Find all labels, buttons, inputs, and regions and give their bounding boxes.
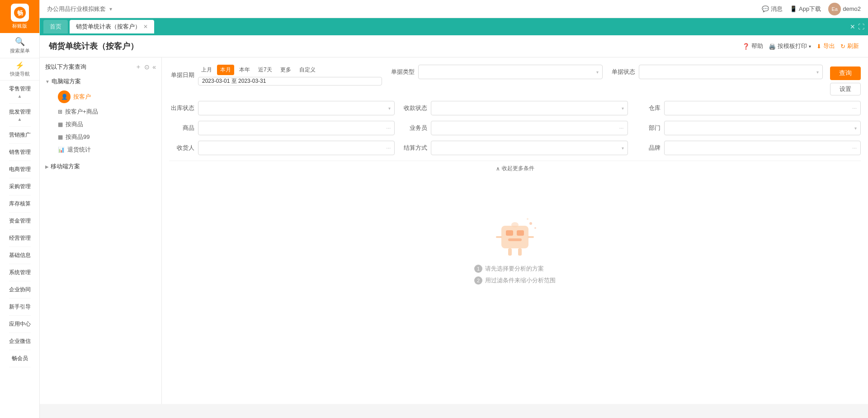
recipient-more: ··· bbox=[386, 145, 391, 151]
left-panel: 按以下方案查询 ＋ ⊙ « ▼ 电脑端方案 👤 bbox=[40, 57, 162, 404]
logo-icon: 畅 bbox=[11, 4, 29, 22]
date-label: 单据日期 bbox=[169, 71, 194, 79]
department-select[interactable]: ▾ bbox=[664, 121, 861, 135]
recipient-label: 收货人 bbox=[169, 144, 194, 152]
svg-rect-8 bbox=[508, 248, 512, 256]
stock-status-select[interactable]: ▾ bbox=[198, 101, 395, 115]
date-btn-this-year[interactable]: 本年 bbox=[236, 65, 253, 75]
tree-item-customer-product-label: 按客户+商品 bbox=[65, 108, 98, 116]
sidebar-item-3[interactable]: 销售管理 bbox=[9, 144, 31, 161]
app-download-btn[interactable]: 📱 App下载 bbox=[790, 5, 821, 13]
settlement-select[interactable]: ▾ bbox=[431, 141, 627, 155]
date-btn-custom[interactable]: 自定义 bbox=[296, 65, 319, 75]
tree-mobile-section[interactable]: ▶ 移动端方案 bbox=[40, 160, 161, 173]
add-scheme-btn[interactable]: ＋ bbox=[135, 63, 142, 71]
hint-text-1: 请先选择要分析的方案 bbox=[485, 265, 544, 273]
date-filter-group: 单据日期 上月 本月 本年 近7天 更多 自定义 bbox=[169, 65, 382, 86]
brand-label: 品牌 bbox=[635, 144, 660, 152]
help-btn[interactable]: ❓ 帮助 bbox=[742, 42, 763, 50]
date-quick-buttons: 上月 本月 本年 近7天 更多 自定义 bbox=[198, 65, 382, 75]
svg-rect-5 bbox=[508, 238, 522, 241]
top-header: 办公用品行业模拟账套 ▾ 💬 消息 📱 App下载 Ea demo2 bbox=[40, 0, 868, 18]
page-title: 销货单统计表（按客户） bbox=[49, 41, 138, 57]
left-panel-actions: ＋ ⊙ « bbox=[135, 63, 156, 71]
settings-button[interactable]: 设置 bbox=[830, 83, 861, 95]
hint-text-2: 用过滤条件来缩小分析范围 bbox=[485, 276, 556, 285]
brand-input[interactable]: ··· bbox=[664, 141, 861, 155]
tree-item-customer-product[interactable]: ⊞ 按客户+商品 bbox=[54, 105, 161, 118]
sidebar-item-6[interactable]: 库存核算 bbox=[9, 195, 31, 213]
salesperson-label: 业务员 bbox=[402, 124, 427, 132]
order-status-select[interactable]: ▾ bbox=[639, 65, 823, 79]
close-window-icon[interactable]: ✕ bbox=[850, 23, 855, 30]
message-icon: 💬 bbox=[762, 5, 769, 12]
main-area: 办公用品行业模拟账套 ▾ 💬 消息 📱 App下载 Ea demo2 首页 bbox=[40, 0, 868, 418]
order-status-label: 单据状态 bbox=[610, 68, 635, 76]
payment-status-select[interactable]: ▾ bbox=[431, 101, 627, 115]
search-icon: 🔍 bbox=[15, 37, 25, 47]
tree-item-customer[interactable]: 👤 按客户 bbox=[54, 88, 161, 105]
product-input[interactable]: ··· bbox=[198, 121, 395, 135]
sidebar-item-11[interactable]: 企业协同 bbox=[9, 281, 31, 299]
message-btn[interactable]: 💬 消息 bbox=[762, 5, 783, 13]
desktop-section-label: 电脑端方案 bbox=[52, 77, 81, 86]
active-badge: 👤 bbox=[58, 90, 71, 103]
order-type-select[interactable]: ▾ bbox=[418, 65, 602, 79]
tab-home-label: 首页 bbox=[50, 23, 61, 31]
sidebar-item-13[interactable]: 应用中心 bbox=[9, 316, 31, 333]
order-status-arrow: ▾ bbox=[816, 70, 819, 75]
warehouse-input[interactable]: ··· bbox=[664, 101, 861, 115]
tree-item-product99[interactable]: ▦ 按商品99 bbox=[54, 131, 161, 143]
sidebar: 畅 标账版 🔍 搜索菜单 ⚡ 快捷导航 零售管理▲批发管理▲营销推广销售管理电商… bbox=[0, 0, 40, 418]
date-btn-last-month[interactable]: 上月 bbox=[198, 65, 215, 75]
query-button[interactable]: 查询 bbox=[830, 66, 861, 80]
sidebar-logo[interactable]: 畅 标账版 bbox=[0, 0, 39, 33]
tree-item-product-label: 按商品 bbox=[66, 120, 83, 128]
user-profile[interactable]: Ea demo2 bbox=[828, 3, 861, 15]
right-panel: 单据日期 上月 本月 本年 近7天 更多 自定义 bbox=[162, 57, 868, 404]
date-btn-more[interactable]: 更多 bbox=[277, 65, 294, 75]
edit-scheme-btn[interactable]: ⊙ bbox=[144, 63, 150, 71]
date-range-input[interactable]: 2023-03-01 至 2023-03-31 bbox=[198, 77, 382, 86]
tab-home[interactable]: 首页 bbox=[43, 20, 68, 33]
sidebar-item-14[interactable]: 企业微信 bbox=[9, 333, 31, 350]
refresh-btn[interactable]: ↻ 刷新 bbox=[840, 42, 859, 50]
maximize-window-icon[interactable]: ⛶ bbox=[858, 23, 864, 30]
help-icon: ❓ bbox=[742, 43, 750, 50]
recipient-input[interactable]: ··· bbox=[198, 141, 395, 155]
stock-status-label: 出库状态 bbox=[169, 104, 194, 112]
avatar-initials: Ea bbox=[832, 6, 838, 12]
export-btn[interactable]: ⬇ 导出 bbox=[816, 42, 835, 50]
sidebar-item-9[interactable]: 基础信息 bbox=[9, 247, 31, 264]
tab-close-btn[interactable]: ✕ bbox=[143, 24, 148, 30]
salesperson-input[interactable]: ··· bbox=[431, 121, 627, 135]
sidebar-item-1[interactable]: 批发管理▲ bbox=[9, 104, 31, 127]
quick-nav[interactable]: ⚡ 快捷导航 bbox=[0, 58, 39, 81]
sidebar-item-7[interactable]: 资金管理 bbox=[9, 213, 31, 230]
sidebar-item-10[interactable]: 系统管理 bbox=[9, 264, 31, 281]
date-btn-this-month[interactable]: 本月 bbox=[217, 65, 234, 75]
tree-expand-arrow: ▼ bbox=[45, 79, 50, 84]
collapse-panel-btn[interactable]: « bbox=[152, 63, 156, 71]
sidebar-item-5[interactable]: 采购管理 bbox=[9, 178, 31, 195]
search-menu[interactable]: 🔍 搜索菜单 bbox=[0, 33, 39, 58]
sidebar-item-8[interactable]: 经营管理 bbox=[9, 230, 31, 247]
date-btn-7days[interactable]: 近7天 bbox=[255, 65, 275, 75]
sidebar-item-0[interactable]: 零售管理▲ bbox=[9, 81, 31, 104]
print-btn[interactable]: 🖨️ 按模板打印 ▾ bbox=[769, 42, 811, 50]
svg-rect-4 bbox=[517, 230, 524, 236]
svg-rect-2 bbox=[501, 226, 528, 248]
collapse-filters-btn[interactable]: ∧ 收起更多条件 bbox=[169, 161, 861, 176]
sidebar-item-15[interactable]: 畅会员 bbox=[9, 350, 31, 367]
sidebar-item-12[interactable]: 新手引导 bbox=[9, 299, 31, 316]
sidebar-item-2[interactable]: 营销推广 bbox=[9, 127, 31, 144]
tab-sales-stats[interactable]: 销货单统计表（按客户） ✕ bbox=[70, 20, 154, 33]
app-title-dropdown[interactable]: ▾ bbox=[109, 6, 112, 12]
app-title: 办公用品行业模拟账套 bbox=[47, 5, 106, 13]
tree-item-return-stats[interactable]: 📊 退货统计 bbox=[54, 143, 161, 156]
collapse-icon: ∧ bbox=[496, 166, 500, 172]
svg-point-10 bbox=[511, 222, 519, 228]
tree-item-product[interactable]: ▦ 按商品 bbox=[54, 118, 161, 131]
tab-bar: 首页 销货单统计表（按客户） ✕ ✕ ⛶ bbox=[40, 18, 868, 35]
sidebar-item-4[interactable]: 电商管理 bbox=[9, 161, 31, 178]
